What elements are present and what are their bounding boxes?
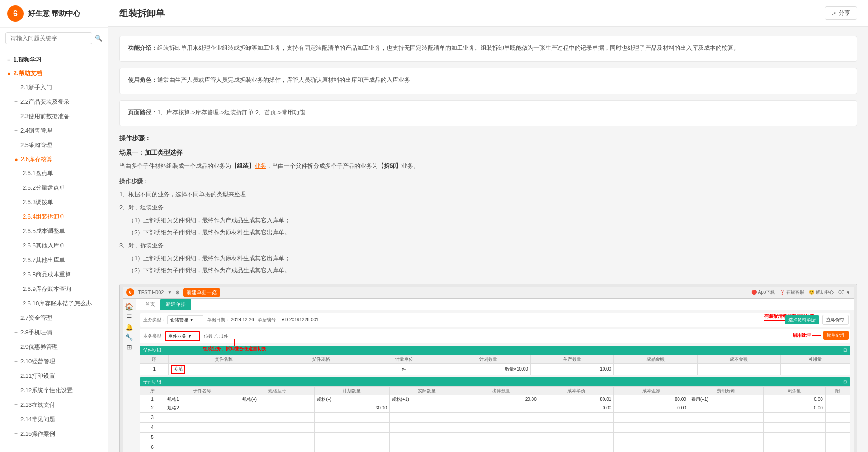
sidebar-item-docs[interactable]: ● 2.帮助文档 <box>0 67 108 80</box>
sc-upper-cell-costamt <box>697 363 780 375</box>
role-label: 使用角色： <box>128 76 157 83</box>
sc-upper-cell-seq: 1 <box>140 363 169 375</box>
sc-lower-cell-1-remain: 0.00 <box>764 395 825 404</box>
sidebar-item-s22[interactable]: +2.2产品安装及登录 <box>0 95 108 109</box>
sc-field-type: 业务类型： 仓储管理 ▼ <box>143 315 203 324</box>
path-block: 页面路径：1、库存核算->库存管理->组装拆卸单 2、首页->常用功能 <box>119 100 857 126</box>
sidebar-item-s28[interactable]: +2.8手机旺铺 <box>0 325 108 340</box>
scenario1-desc: 当由多个子件材料组装成一个成品的业务为【组装】业务，当由一个父件拆分成多个子产品… <box>119 161 857 171</box>
sidebar: 6 好生意 帮助中心 🔍 + 1.视频学习 ● 2.帮助文档 +2.1新手入门 … <box>0 0 108 452</box>
sc-upper-cell-prodamt <box>614 363 697 375</box>
sidebar-item-s2610[interactable]: 2.6.10库存账本错了怎么办 <box>0 296 108 311</box>
sidebar-item-s263[interactable]: 2.6.3调拨单 <box>0 195 108 209</box>
annotation2-text: 组装业务、拆卸业务在这里切换 <box>203 346 266 352</box>
sidebar-item-s262[interactable]: 2.6.2分量盘点单 <box>0 181 108 195</box>
path-label: 页面路径： <box>128 109 157 116</box>
sc-lower-cell-2-attach <box>825 404 850 412</box>
nav-expand-icon: + <box>14 431 18 437</box>
sc-lower-cell-1-share: 费用(+1) <box>689 395 764 404</box>
assembly-link[interactable]: 业务 <box>255 162 266 169</box>
sc-field-count: 位数 △: 1件 <box>204 333 228 339</box>
sc-tab-neworder[interactable]: 新建单据 <box>160 299 191 310</box>
nav-expand-icon: + <box>14 416 18 423</box>
sidebar-item-s266[interactable]: 2.6.6其他入库单 <box>0 238 108 253</box>
sidebar-item-s21[interactable]: +2.1新手入门 <box>0 80 108 95</box>
main-content: 组装拆卸单 ↗ 分享 功能介绍：组装拆卸单用来处理企业组装或拆卸等加工业务，支持… <box>108 0 868 452</box>
sc-type2-label: 业务类型 <box>143 333 161 339</box>
sidebar-item-s264[interactable]: 2.6.4组装拆卸单 <box>0 209 108 224</box>
nav-list: + 1.视频学习 ● 2.帮助文档 +2.1新手入门 +2.2产品安装及登录 +… <box>0 49 108 452</box>
nav-expand-icon: + <box>14 128 18 134</box>
role-text: 通常由生产人员或库管人员完成拆装业务的操作，库管人员确认原材料的出库和产成品的入… <box>157 76 410 83</box>
sc-docnum-value: AD-20191226-001 <box>282 317 319 322</box>
path-text: 1、库存核算->库存管理->组装拆卸单 2、首页->常用功能 <box>157 109 305 116</box>
sc-save-btn[interactable]: 立即保存 <box>822 315 849 325</box>
sidebar-item-s212[interactable]: +2.12系统个性化设置 <box>0 383 108 398</box>
sidebar-item-s26[interactable]: ● 2.6库存核算 <box>0 152 108 166</box>
nav-expand-icon: + <box>14 344 18 350</box>
role-block: 使用角色：通常由生产人员或库管人员完成拆装业务的操作，库管人员确认原材料的出库和… <box>119 68 857 94</box>
sc-upper-th-plan: 计划数量 <box>446 355 530 363</box>
sc-type-dropdown[interactable]: 仓储管理 ▼ <box>167 315 203 324</box>
disassembly-step1: （1）上部明细为父件明细，最终作为原材料生成其它出库单； <box>128 253 857 264</box>
sidebar-item-s269[interactable]: 2.6.9库存账本查询 <box>0 282 108 296</box>
func-intro-block: 功能介绍：组装拆卸单用来处理企业组装或拆卸等加工业务，支持有固定装配清单的产品加… <box>119 36 857 62</box>
sidebar-item-s261[interactable]: 2.6.1盘点单 <box>0 166 108 181</box>
sc-lower-cell-1-actual: 规格(+1) <box>389 395 464 404</box>
sidebar-item-s27[interactable]: +2.7资金管理 <box>0 311 108 325</box>
sc-bell-icon[interactable]: 🔔 <box>125 324 133 331</box>
assembly-step1: （1）上部明细为父件明细，最终作为产成品生成其它入库单； <box>128 215 857 226</box>
sc-upper-th-prodamt: 成品金额 <box>614 355 697 363</box>
sidebar-item-s29[interactable]: +2.9优惠券管理 <box>0 340 108 354</box>
sc-lower-title: 子件明细 <box>143 379 161 385</box>
sc-lower-cell-2-plan: 30.00 <box>315 404 390 412</box>
sc-lower-th-name: 子件名称 <box>165 386 240 395</box>
search-input[interactable] <box>5 32 92 44</box>
sc-tab-home[interactable]: 首页 <box>140 299 160 310</box>
sc-expand-icon[interactable]: ⊞ <box>127 343 132 351</box>
sc-lower-th-seq: 序 <box>140 386 165 395</box>
sc-lower-cell-1-attach <box>825 395 850 404</box>
sc-new-order-btn[interactable]: 新建单据一览 <box>183 288 220 297</box>
sidebar-header: 6 好生意 帮助中心 <box>0 0 108 28</box>
sidebar-item-s210[interactable]: +2.10经营管理 <box>0 354 108 369</box>
sc-type-label: 业务类型： <box>143 317 166 323</box>
sc-lower-th-actual: 实际数量 <box>389 386 464 395</box>
sc-select-goods-btn[interactable]: 选择货料单据 <box>785 315 819 324</box>
sidebar-item-s24[interactable]: +2.4销售管理 <box>0 124 108 138</box>
sc-settings-icon: ⚙ <box>175 290 179 295</box>
nav-expand-icon: + <box>14 329 18 336</box>
sc-app-store-icon: 🔴 App下载 <box>751 289 775 295</box>
sidebar-item-s25[interactable]: +2.5采购管理 <box>0 138 108 152</box>
func-intro-label: 功能介绍： <box>128 44 157 51</box>
sc-apply-btn[interactable]: 应用处理 <box>823 331 849 340</box>
sidebar-item-s215[interactable]: +2.15操作案例 <box>0 427 108 441</box>
sc-lower-cell-1-costprice: 80.01 <box>539 395 614 404</box>
sc-home-icon[interactable]: 🏠 <box>125 302 134 311</box>
sidebar-item-video[interactable]: + 1.视频学习 <box>0 53 108 67</box>
sc-lower-row-6: 6 <box>140 442 850 452</box>
sidebar-item-s213[interactable]: +2.13在线支付 <box>0 398 108 412</box>
sc-lower-cell-1-out: 20.00 <box>464 395 539 404</box>
assembly-label: 【组装】 <box>231 162 255 169</box>
sc-lower-cell-2-remain: 0.00 <box>764 404 825 412</box>
sc-annotation2: 组装业务、拆卸业务在这里切换 <box>203 339 266 352</box>
sidebar-item-s211[interactable]: +2.11打印设置 <box>0 369 108 383</box>
sidebar-item-s265[interactable]: 2.6.5成本调整单 <box>0 224 108 238</box>
share-button[interactable]: ↗ 分享 <box>825 6 857 20</box>
sc-tool-icon[interactable]: 🔧 <box>125 333 133 341</box>
sc-lower-cell-2-costprice: 0.00 <box>539 404 614 412</box>
sidebar-item-s267[interactable]: 2.6.7其他出库单 <box>0 253 108 267</box>
plus-icon: + <box>7 57 11 63</box>
sidebar-item-s268[interactable]: 2.6.8商品成本重算 <box>0 267 108 282</box>
sc-lower-row-2: 2 规格2 30.00 0.00 0.00 <box>140 404 850 412</box>
nav-expand-icon: + <box>14 358 18 365</box>
sc-upper-cell-unit: 件 <box>363 363 446 375</box>
search-button[interactable]: 🔍 <box>95 35 103 42</box>
sc-lower-cell-1-plan: 规格(+) <box>315 395 390 404</box>
sidebar-item-s23[interactable]: +2.3使用前数据准备 <box>0 109 108 124</box>
sc-lower-row-3: 3 <box>140 412 850 422</box>
nav-expand-icon: + <box>14 113 18 119</box>
sidebar-item-s214[interactable]: +2.14常见问题 <box>0 412 108 427</box>
sc-menu-icon[interactable]: ☰ <box>126 314 132 321</box>
